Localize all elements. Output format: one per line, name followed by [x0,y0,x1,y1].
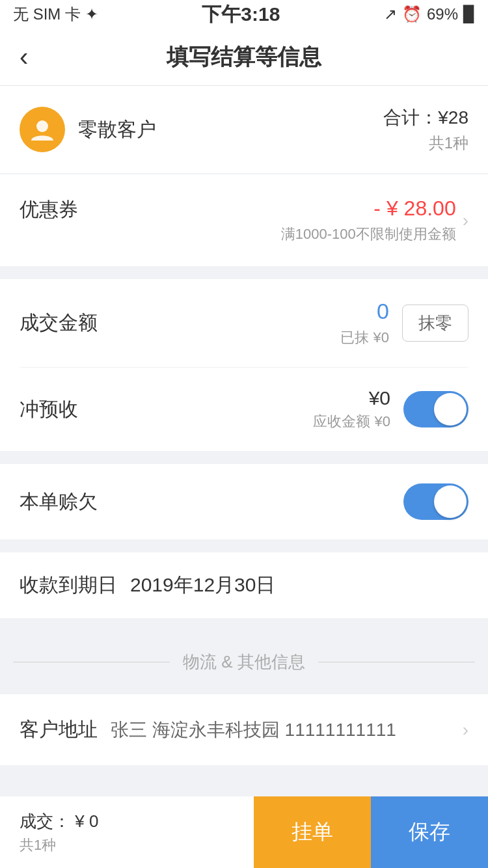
prepayment-right: ¥0 应收金额 ¥0 [313,387,468,431]
transaction-amount-input[interactable] [337,299,389,324]
avatar [20,107,65,152]
round-zero-button[interactable]: 抹零 [402,305,468,342]
bottom-count: 共1种 [20,835,234,855]
logistics-label: 物流 & 其他信息 [183,651,305,673]
transaction-amount-label: 成交金额 [20,310,98,336]
transaction-amount-row: 成交金额 已抹 ¥0 抹零 [20,279,468,368]
due-date-value: 2019年12月30日 [130,572,275,599]
customer-total: 合计：¥28 [383,105,468,130]
debt-section: 本单赊欠 [0,464,488,539]
transaction-already-rounded: 已抹 ¥0 [337,328,389,347]
chevron-right-icon: › [463,210,468,231]
alarm-icon: ⏰ [402,5,422,23]
status-time: 下午3:18 [202,1,280,28]
avatar-icon [29,116,56,143]
status-bar: 无 SIM 卡 ✦ 下午3:18 ↗ ⏰ 69% ▉ [0,0,488,29]
logistics-line-right [318,662,475,662]
prepayment-toggle[interactable] [403,391,468,427]
coupon-section[interactable]: 优惠券 - ¥ 28.00 满1000-100不限制使用金额 › [0,174,488,266]
status-left: 无 SIM 卡 ✦ [13,4,98,25]
transaction-section: 成交金额 已抹 ¥0 抹零 冲预收 ¥0 应收金额 ¥0 [0,279,488,451]
bottom-transaction: 成交： ¥ 0 [20,810,234,833]
address-chevron-icon: › [463,720,468,740]
customer-total-info: 合计：¥28 共1种 [383,105,468,154]
coupon-amount: - ¥ 28.00 [281,197,456,221]
debt-toggle[interactable] [403,483,468,520]
due-date-section: 收款到期日 2019年12月30日 [0,552,488,618]
customer-section: 零散客户 合计：¥28 共1种 [0,86,488,173]
customer-count: 共1种 [383,133,468,154]
bottom-bar: 成交： ¥ 0 共1种 挂单 保存 [0,796,488,868]
prepayment-amount: ¥0 [313,387,390,409]
prepayment-row: 冲预收 ¥0 应收金额 ¥0 [20,368,468,451]
coupon-right: - ¥ 28.00 满1000-100不限制使用金额 › [281,197,468,244]
content-area: 零散客户 合计：¥28 共1种 优惠券 - ¥ 28.00 满1000-100不… [0,86,488,868]
bottom-info: 成交： ¥ 0 共1种 [0,810,254,855]
transaction-amount-group: 已抹 ¥0 [337,299,389,347]
coupon-desc: 满1000-100不限制使用金额 [281,224,456,244]
customer-info: 零散客户 [20,107,156,152]
battery-text: 69% [427,5,458,23]
bottom-transaction-value: ¥ 0 [75,811,98,831]
address-value: 张三 海淀永丰科技园 11111111111 [111,718,463,742]
status-right: ↗ ⏰ 69% ▉ [384,5,475,23]
nav-bar: ‹ 填写结算等信息 [0,29,488,86]
location-icon: ↗ [384,5,397,23]
logistics-line-left [13,662,170,662]
prepayment-label: 冲预收 [20,396,78,423]
transaction-amount-right: 已抹 ¥0 抹零 [337,299,468,347]
address-label: 客户地址 [20,716,98,743]
back-button[interactable]: ‹ [20,42,28,72]
coupon-detail: - ¥ 28.00 满1000-100不限制使用金额 [281,197,456,244]
coupon-label: 优惠券 [20,197,78,223]
no-sim-text: 无 SIM 卡 ✦ [13,4,98,25]
logistics-section: 物流 & 其他信息 [0,631,488,693]
address-section[interactable]: 客户地址 张三 海淀永丰科技园 11111111111 › [0,694,488,765]
due-date-content: 收款到期日 2019年12月30日 [20,572,468,599]
debt-label: 本单赊欠 [20,489,98,515]
svg-point-0 [36,120,48,132]
customer-name: 零散客户 [78,116,156,143]
battery-icon: ▉ [463,5,475,23]
hang-button[interactable]: 挂单 [254,796,371,868]
prepayment-receivable: 应收金额 ¥0 [313,412,390,431]
due-date-label: 收款到期日 [20,572,117,599]
prepayment-amount-group: ¥0 应收金额 ¥0 [313,387,390,431]
save-button[interactable]: 保存 [371,796,488,868]
bottom-transaction-label: 成交： [20,811,70,831]
page-title: 填写结算等信息 [167,42,321,72]
